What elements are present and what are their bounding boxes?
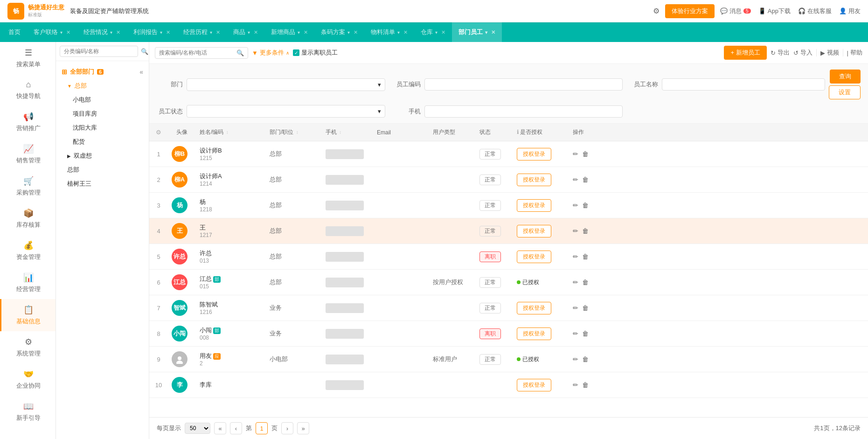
gear-icon[interactable]: ⚙ <box>156 129 161 136</box>
edit-button[interactable]: ✏ <box>573 355 578 363</box>
dept-node-zhishu[interactable]: 植树王三 <box>56 177 149 191</box>
dept-node-peihuo[interactable]: 配货 <box>56 135 149 149</box>
next-page-button[interactable]: › <box>281 422 293 434</box>
edit-button[interactable]: ✏ <box>573 150 578 158</box>
tab-goods[interactable]: 商品▾✕ <box>227 22 264 42</box>
dept-select[interactable]: ▾ <box>187 78 385 91</box>
help-button[interactable]: | 帮助 <box>847 49 862 57</box>
phone-input[interactable] <box>424 105 623 118</box>
export-button[interactable]: ↻ 导出 <box>771 49 790 57</box>
delete-button[interactable]: 🗑 <box>582 355 589 363</box>
sidebar-item-basic[interactable]: 📋 基础信息 <box>0 299 56 331</box>
auth-button[interactable]: 授权登录 <box>517 251 551 263</box>
collapse-icon[interactable]: « <box>139 68 143 76</box>
user-button[interactable]: 👤 用友 <box>839 7 861 15</box>
box-icon: 📦 <box>23 208 34 218</box>
dept-node-shenyang[interactable]: 沈阳大库 <box>56 121 149 135</box>
sidebar-item-inventory[interactable]: 📦 库存核算 <box>0 202 56 235</box>
close-icon[interactable]: ✕ <box>66 29 70 35</box>
dept-node-xiaodibu[interactable]: 小电部 <box>56 93 149 107</box>
auth-button[interactable]: 授权登录 <box>517 379 551 391</box>
tab-history[interactable]: 经营历程▾✕ <box>177 22 227 42</box>
tab-profit[interactable]: 利润报告▾✕ <box>127 22 177 42</box>
sidebar-item-quicknav[interactable]: ⌂ 快捷导航 <box>0 74 56 106</box>
edit-button[interactable]: ✏ <box>573 176 578 183</box>
sidebar-item-finance[interactable]: 💰 资金管理 <box>0 235 56 267</box>
auth-button[interactable]: 授权登录 <box>517 302 551 314</box>
delete-button[interactable]: 🗑 <box>582 202 589 209</box>
delete-button[interactable]: 🗑 <box>582 279 589 286</box>
video-button[interactable]: ▶ 视频 <box>820 49 839 57</box>
auth-button[interactable]: 授权登录 <box>517 328 551 340</box>
tab-bom[interactable]: 物料清单▾✕ <box>364 22 414 42</box>
edit-button[interactable]: ✏ <box>573 202 578 209</box>
dept-node-zongbu2[interactable]: 总部 <box>56 163 149 177</box>
tab-warehouse[interactable]: 仓库▾✕ <box>414 22 452 42</box>
delete-button[interactable]: 🗑 <box>582 330 589 337</box>
dept-node-all[interactable]: ⊞ 全部部门 6 « <box>56 65 149 79</box>
sidebar-item-collab[interactable]: 🤝 企业协同 <box>0 363 56 396</box>
gear-button[interactable]: ⚙ <box>653 7 660 15</box>
more-filters-button[interactable]: ▼ 更多条件 ∧ <box>252 49 289 57</box>
sidebar-item-search[interactable]: ☰ 搜索菜单 <box>0 42 56 74</box>
first-page-button[interactable]: « <box>214 422 226 434</box>
auth-button[interactable]: 授权登录 <box>517 148 551 160</box>
edit-button[interactable]: ✏ <box>573 227 578 235</box>
set-button[interactable]: 设置 <box>829 85 861 99</box>
sidebar-item-purchase[interactable]: 🛒 采购管理 <box>0 170 56 202</box>
tab-home[interactable]: 首页 <box>2 22 27 42</box>
show-resigned-toggle[interactable]: ✓ 显示离职员工 <box>293 49 338 57</box>
dept-node-shuangxuxiang[interactable]: ▶ 双虚想 <box>56 149 149 163</box>
edit-button[interactable]: ✏ <box>573 253 578 260</box>
sidebar-item-marketing[interactable]: 📢 营销推广 <box>0 106 56 138</box>
dept-node-project[interactable]: 项目库房 <box>56 107 149 121</box>
auth-button[interactable]: 授权登录 <box>517 199 551 212</box>
empname-input[interactable] <box>662 78 825 91</box>
close-icon[interactable]: ✕ <box>491 29 495 35</box>
page-size-select[interactable]: 50 100 <box>185 423 210 434</box>
close-icon[interactable]: ✕ <box>216 29 220 35</box>
query-button[interactable]: 查询 <box>830 70 861 84</box>
dept-search-input[interactable] <box>60 46 138 57</box>
prev-page-button[interactable]: ‹ <box>230 422 242 434</box>
close-icon[interactable]: ✕ <box>166 29 170 35</box>
auth-button[interactable]: 授权登录 <box>517 174 551 186</box>
delete-button[interactable]: 🗑 <box>582 381 589 389</box>
import-button[interactable]: ↺ 导入 <box>793 49 812 57</box>
sidebar-item-sales[interactable]: 📈 销售管理 <box>0 138 56 170</box>
delete-button[interactable]: 🗑 <box>582 304 589 312</box>
search-input[interactable] <box>159 49 234 56</box>
online-service-button[interactable]: 🎧 在线客服 <box>798 7 832 15</box>
close-icon[interactable]: ✕ <box>354 29 358 35</box>
delete-button[interactable]: 🗑 <box>582 253 589 260</box>
tab-customer[interactable]: 客户联络▾✕ <box>27 22 77 42</box>
auth-button[interactable]: 授权登录 <box>517 225 551 237</box>
close-icon[interactable]: ✕ <box>304 29 308 35</box>
close-icon[interactable]: ✕ <box>254 29 258 35</box>
tab-barcode[interactable]: 条码方案▾✕ <box>314 22 364 42</box>
trial-button[interactable]: 体验行业方案 <box>665 4 715 18</box>
empcode-input[interactable] <box>424 78 623 91</box>
delete-button[interactable]: 🗑 <box>582 227 589 235</box>
message-button[interactable]: 💬 消息 5 <box>720 7 751 15</box>
add-employee-button[interactable]: + 新增员工 <box>724 46 766 60</box>
close-icon[interactable]: ✕ <box>116 29 120 35</box>
edit-button[interactable]: ✏ <box>573 304 578 312</box>
dept-node-zongbu[interactable]: ▼ 总部 <box>56 79 149 93</box>
empstatus-select[interactable]: ▾ <box>187 105 385 118</box>
close-icon[interactable]: ✕ <box>441 29 445 35</box>
delete-button[interactable]: 🗑 <box>582 176 589 183</box>
edit-button[interactable]: ✏ <box>573 381 578 389</box>
sidebar-item-management[interactable]: 📊 经营管理 <box>0 267 56 299</box>
tab-new-goods[interactable]: 新增商品▾✕ <box>264 22 314 42</box>
app-download-button[interactable]: 📱 App下载 <box>758 7 791 15</box>
sidebar-item-guide[interactable]: 📖 新手引导 <box>0 396 56 428</box>
close-icon[interactable]: ✕ <box>403 29 408 35</box>
tab-operation[interactable]: 经营情况▾✕ <box>77 22 127 42</box>
edit-button[interactable]: ✏ <box>573 330 578 337</box>
last-page-button[interactable]: » <box>297 422 309 434</box>
tab-employees[interactable]: 部门员工▾✕ <box>452 22 502 42</box>
delete-button[interactable]: 🗑 <box>582 150 589 158</box>
edit-button[interactable]: ✏ <box>573 279 578 286</box>
sidebar-item-system[interactable]: ⚙ 系统管理 <box>0 331 56 363</box>
